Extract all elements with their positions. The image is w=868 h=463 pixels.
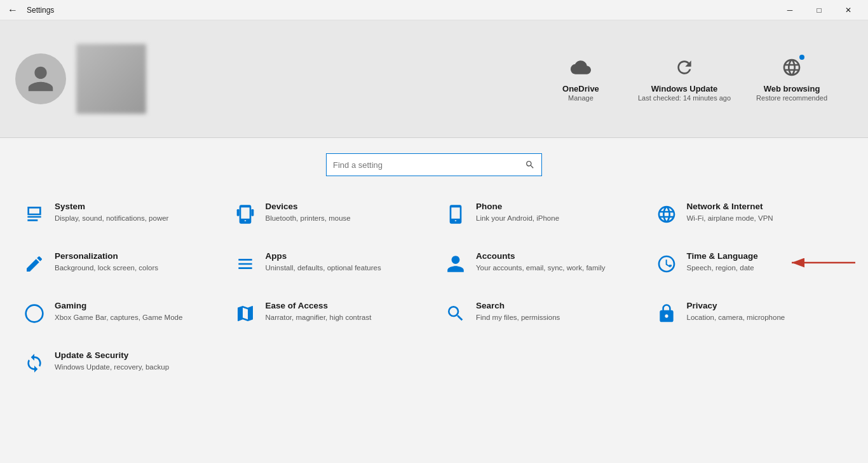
network-desc: Wi-Fi, airplane mode, VPN	[687, 213, 773, 223]
personalization-title: Personalization	[55, 251, 158, 261]
settings-grid: System Display, sound, notifications, po…	[0, 189, 868, 387]
update-security-title: Update & Security	[55, 350, 169, 360]
search-setting-desc: Find my files, permissions	[476, 312, 560, 322]
gaming-icon	[23, 302, 46, 325]
gaming-desc: Xbox Game Bar, captures, Game Mode	[55, 312, 182, 322]
setting-item-update-security[interactable]: Update & Security Windows Update, recove…	[13, 338, 224, 387]
devices-title: Devices	[266, 202, 351, 211]
accounts-title: Accounts	[476, 251, 605, 261]
apps-desc: Uninstall, defaults, optional features	[266, 263, 381, 273]
minimize-button[interactable]: ─	[775, 0, 804, 20]
search-setting-text: Search Find my files, permissions	[476, 301, 560, 322]
onedrive-title: OneDrive	[562, 84, 599, 93]
profile-photo	[76, 44, 146, 114]
gaming-title: Gaming	[55, 301, 182, 310]
search-setting-title: Search	[476, 301, 560, 310]
svg-point-3	[26, 305, 43, 322]
phone-text: Phone Link your Android, iPhone	[476, 202, 559, 223]
setting-item-ease-of-access[interactable]: Ease of Access Narrator, magnifier, high…	[224, 288, 435, 338]
app-title: Settings	[27, 6, 54, 15]
onedrive-icon	[568, 55, 593, 80]
privacy-desc: Location, camera, microphone	[687, 312, 785, 322]
onedrive-widget[interactable]: OneDrive Manage	[549, 55, 613, 103]
setting-item-time-language[interactable]: Time & Language Speech, region, date	[645, 238, 856, 288]
maximize-button[interactable]: □	[804, 0, 834, 20]
devices-text: Devices Bluetooth, printers, mouse	[266, 202, 351, 223]
web-browsing-icon	[779, 55, 804, 80]
setting-item-apps[interactable]: Apps Uninstall, defaults, optional featu…	[224, 238, 435, 288]
setting-item-accounts[interactable]: Accounts Your accounts, email, sync, wor…	[434, 238, 645, 288]
network-icon	[655, 203, 678, 226]
annotation-arrow	[785, 250, 862, 275]
setting-item-gaming[interactable]: Gaming Xbox Game Bar, captures, Game Mod…	[13, 288, 224, 338]
apps-title: Apps	[266, 251, 381, 261]
personalization-text: Personalization Background, lock screen,…	[55, 251, 158, 273]
network-text: Network & Internet Wi-Fi, airplane mode,…	[687, 202, 773, 223]
update-security-text: Update & Security Windows Update, recove…	[55, 350, 169, 372]
setting-item-system[interactable]: System Display, sound, notifications, po…	[13, 189, 224, 238]
time-language-icon	[655, 252, 678, 275]
web-browsing-widget[interactable]: Web browsing Restore recommended	[756, 55, 827, 103]
windows-update-icon	[672, 55, 697, 80]
system-title: System	[55, 202, 168, 211]
personalization-icon	[23, 252, 46, 275]
setting-item-phone[interactable]: Phone Link your Android, iPhone	[434, 189, 645, 238]
search-box	[326, 153, 542, 176]
refresh-icon	[674, 57, 695, 78]
setting-item-search[interactable]: Search Find my files, permissions	[434, 288, 645, 338]
ease-of-access-text: Ease of Access Narrator, magnifier, high…	[266, 301, 372, 322]
time-language-text: Time & Language Speech, region, date	[687, 251, 758, 273]
titlebar-controls: ─ □ ✕	[775, 0, 863, 20]
web-browsing-title: Web browsing	[764, 84, 820, 93]
phone-icon	[444, 203, 467, 226]
accounts-icon	[444, 252, 467, 275]
network-title: Network & Internet	[687, 202, 773, 211]
search-input[interactable]	[333, 160, 525, 170]
devices-desc: Bluetooth, printers, mouse	[266, 213, 351, 223]
profile-section	[15, 44, 549, 114]
privacy-title: Privacy	[687, 301, 785, 310]
onedrive-subtitle: Manage	[568, 93, 593, 103]
back-button[interactable]: ←	[5, 2, 20, 18]
personalization-desc: Background, lock screen, colors	[55, 263, 158, 273]
close-button[interactable]: ✕	[834, 0, 863, 20]
cloud-icon	[571, 57, 591, 78]
windows-update-widget[interactable]: Windows Update Last checked: 14 minutes …	[638, 55, 731, 103]
svg-rect-1	[251, 209, 254, 216]
avatar	[15, 53, 66, 104]
setting-item-personalization[interactable]: Personalization Background, lock screen,…	[13, 238, 224, 288]
ease-of-access-desc: Narrator, magnifier, high contrast	[266, 312, 372, 322]
privacy-text: Privacy Location, camera, microphone	[687, 301, 785, 322]
windows-update-title: Windows Update	[651, 84, 718, 93]
search-setting-icon	[444, 302, 467, 325]
header: OneDrive Manage Windows Update Last chec…	[0, 20, 868, 138]
user-icon	[25, 64, 56, 94]
setting-item-network[interactable]: Network & Internet Wi-Fi, airplane mode,…	[645, 189, 856, 238]
apps-icon	[234, 252, 257, 275]
phone-title: Phone	[476, 202, 559, 211]
setting-item-privacy[interactable]: Privacy Location, camera, microphone	[645, 288, 856, 338]
web-browsing-badge	[798, 53, 806, 61]
devices-icon	[234, 203, 257, 226]
setting-item-devices[interactable]: Devices Bluetooth, printers, mouse	[224, 189, 435, 238]
search-area	[0, 138, 868, 189]
update-security-icon	[23, 352, 46, 375]
accounts-text: Accounts Your accounts, email, sync, wor…	[476, 251, 605, 273]
system-desc: Display, sound, notifications, power	[55, 213, 168, 223]
gaming-text: Gaming Xbox Game Bar, captures, Game Mod…	[55, 301, 182, 322]
titlebar: ← Settings ─ □ ✕	[0, 0, 868, 20]
header-widgets: OneDrive Manage Windows Update Last chec…	[549, 55, 853, 103]
time-language-desc: Speech, region, date	[687, 263, 758, 273]
system-text: System Display, sound, notifications, po…	[55, 202, 168, 223]
update-security-desc: Windows Update, recovery, backup	[55, 362, 169, 372]
svg-rect-0	[236, 209, 239, 216]
privacy-icon	[655, 302, 678, 325]
phone-desc: Link your Android, iPhone	[476, 213, 559, 223]
system-icon	[23, 203, 46, 226]
web-browsing-subtitle: Restore recommended	[756, 93, 827, 103]
ease-of-access-title: Ease of Access	[266, 301, 372, 310]
search-icon	[525, 160, 535, 170]
accounts-desc: Your accounts, email, sync, work, family	[476, 263, 605, 273]
apps-text: Apps Uninstall, defaults, optional featu…	[266, 251, 381, 273]
windows-update-subtitle: Last checked: 14 minutes ago	[638, 93, 731, 103]
